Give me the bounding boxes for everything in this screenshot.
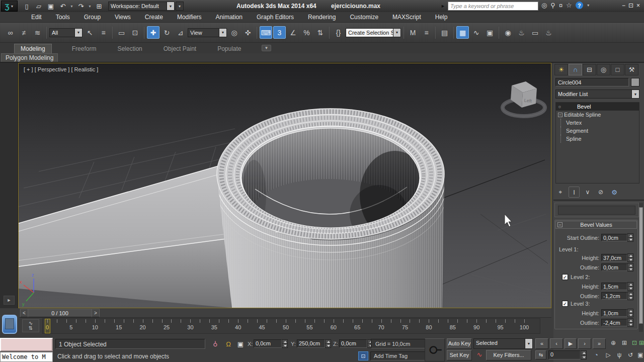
timeline-ruler[interactable]: 0510152025303540455055606570758085909510… (42, 318, 540, 334)
select-and-link-button[interactable]: ∞ (4, 26, 17, 39)
timeline-frame-label[interactable]: 60 (331, 324, 337, 330)
go-to-start-button[interactable]: « (535, 338, 548, 349)
level2-checkbox[interactable]: ✓ (562, 274, 568, 280)
modifier-list-dropdown[interactable]: Modifier List ▼ (555, 89, 639, 99)
play-button[interactable]: ▶ (565, 338, 577, 349)
save-file-button[interactable]: ▣ (46, 2, 56, 11)
rollout-scrollbar[interactable] (639, 203, 643, 332)
level1-height-field[interactable]: 37,0cm (601, 254, 627, 261)
set-project-folder-button[interactable]: ⊞ (94, 2, 104, 11)
select-object-button[interactable]: ↖ (84, 26, 96, 39)
utilities-tab[interactable]: ⚒ (625, 64, 638, 75)
current-frame-value[interactable]: 0 (548, 350, 581, 359)
hierarchy-tab[interactable]: ⊟ (583, 64, 596, 75)
time-slider-handle[interactable]: < 0 / 100 > (20, 309, 100, 317)
infocenter-search-input[interactable]: Type a keyword or phrase (448, 2, 538, 11)
maxscript-mini-listener[interactable]: Welcome to M (0, 352, 53, 362)
motion-tab[interactable]: ◎ (597, 64, 610, 75)
timeline-frame-label[interactable]: 80 (426, 324, 432, 330)
next-frame-nub[interactable]: > (92, 309, 100, 317)
current-frame-input[interactable]: 0 (548, 350, 587, 359)
spinner-snap-toggle[interactable]: ⇅ (314, 26, 327, 39)
bevel-values-header[interactable]: − Bevel Values (555, 221, 637, 229)
timeline-frame-label[interactable]: 55 (306, 324, 312, 330)
select-and-manipulate-button[interactable]: ✜ (242, 26, 254, 39)
timeline-frame-label[interactable]: 0 (46, 324, 49, 330)
stack-item-vertex[interactable]: Vertex (560, 119, 639, 127)
orbit-button[interactable]: ↺ (625, 350, 636, 360)
zoom-extents-all-button[interactable]: ⊞ (636, 338, 644, 348)
material-editor-button[interactable]: ◉ (502, 26, 514, 39)
keyboard-shortcut-override-toggle[interactable]: ⌨ (260, 26, 272, 39)
z-coord-input[interactable]: 0,0cm (339, 339, 373, 348)
menu-animation[interactable]: Animation (209, 14, 250, 21)
collapse-icon[interactable]: − (558, 113, 562, 117)
mirror-button[interactable]: M (407, 26, 419, 39)
unlink-selection-button[interactable]: ≠ (18, 26, 30, 39)
menu-tools[interactable]: Tools (49, 14, 77, 21)
x-coord-value[interactable]: 0,0cm (254, 339, 282, 348)
curve-editor-button[interactable]: ∿ (470, 26, 482, 39)
stack-item-segment[interactable]: Segment (560, 127, 639, 135)
next-frame-button[interactable]: › (578, 338, 591, 349)
help-dropdown-icon[interactable]: ▼ (587, 4, 590, 7)
menu-rendering[interactable]: Rendering (301, 14, 343, 21)
set-key-button[interactable]: Set Key (447, 350, 472, 360)
level3-outline-spinner[interactable] (627, 318, 633, 327)
level3-checkbox[interactable]: ✓ (562, 301, 568, 307)
rectangular-selection-region-button[interactable]: ▭ (115, 26, 128, 39)
menu-edit[interactable]: Edit (24, 14, 49, 21)
restore-button[interactable]: ⊡ (628, 2, 633, 9)
stack-item-editable-spline[interactable]: − Editable Spline (556, 111, 639, 119)
menu-views[interactable]: Views (108, 14, 138, 21)
time-slider-track[interactable]: < 0 / 100 > (19, 308, 551, 318)
modify-tab[interactable]: ∩ (569, 64, 582, 75)
x-coord-input[interactable]: 0,0cm (254, 339, 288, 348)
application-menu-button[interactable]: Ʒ ▼ (1, 1, 18, 12)
selection-lock-toggle[interactable]: Ω (223, 339, 233, 349)
timeline-frame-label[interactable]: 40 (235, 324, 241, 330)
maxscript-macro-recorder-pane[interactable] (0, 338, 53, 351)
open-file-button[interactable]: ▱ (34, 2, 44, 11)
level1-outline-spinner[interactable] (627, 263, 633, 272)
ribbon-tab-freeform[interactable]: Freeform (71, 44, 98, 53)
timeline-frame-label[interactable]: 90 (473, 324, 479, 330)
z-coord-value[interactable]: 0,0cm (339, 339, 367, 348)
key-mode-toggle[interactable]: ⇆ (535, 350, 546, 359)
y-coord-spinner[interactable] (325, 339, 331, 348)
timeline-frame-label[interactable]: 10 (92, 324, 98, 330)
perspective-viewport[interactable]: z x y Left [ + ] [ Perspective ] [ Reali… (18, 63, 551, 308)
selection-set-key-dropdown[interactable]: Selected ▼ (473, 338, 533, 349)
menu-help[interactable]: Help (428, 14, 455, 21)
go-to-end-button[interactable]: » (593, 338, 606, 349)
field-of-view-button[interactable]: ▷ (603, 350, 614, 360)
rendered-frame-window-button[interactable]: ▭ (529, 26, 541, 39)
auto-key-button[interactable]: Auto Key (447, 338, 472, 349)
rollout-collapse-icon[interactable]: − (557, 222, 562, 227)
schematic-view-button[interactable]: ▣ (484, 26, 496, 39)
menu-overflow-icon[interactable]: ► (441, 4, 445, 9)
menu-maxscript[interactable]: MAXScript (385, 14, 428, 21)
level2-height-spinner[interactable] (627, 282, 633, 291)
menu-group[interactable]: Group (77, 14, 108, 21)
default-tangent-button[interactable]: ∿ (474, 351, 485, 359)
timeline-frame-label[interactable]: 35 (211, 324, 217, 330)
favorites-star-icon[interactable]: ☆ (566, 2, 572, 9)
undo-button[interactable]: ↶ (58, 2, 68, 11)
select-by-name-button[interactable]: ≡ (97, 26, 110, 39)
snaps-toggle-3d[interactable]: 3 (273, 26, 286, 39)
time-tag-button[interactable]: ⊡ (358, 351, 368, 360)
layout-tabs-expand-button[interactable]: ► (4, 296, 15, 305)
timeline-frame-label[interactable]: 15 (116, 324, 122, 330)
ribbon-toggle-button[interactable]: ▦ (456, 26, 469, 39)
level2-outline-spinner[interactable] (627, 292, 633, 300)
set-keys-button[interactable]: ⚲ (425, 338, 445, 361)
ribbon-tab-modeling[interactable]: Modeling (14, 44, 52, 53)
workspace-extra-dropdown[interactable]: ▼ (176, 2, 184, 11)
configure-modifier-sets-button[interactable]: ⚙ (609, 187, 620, 197)
timeline-frame-label[interactable]: 25 (164, 324, 170, 330)
communication-center-icon[interactable]: ¤ (559, 2, 562, 9)
object-color-swatch[interactable] (631, 78, 639, 86)
level2-outline-field[interactable]: -1,2cm (601, 292, 627, 300)
use-pivot-point-center-button[interactable]: ◎ (228, 26, 240, 39)
